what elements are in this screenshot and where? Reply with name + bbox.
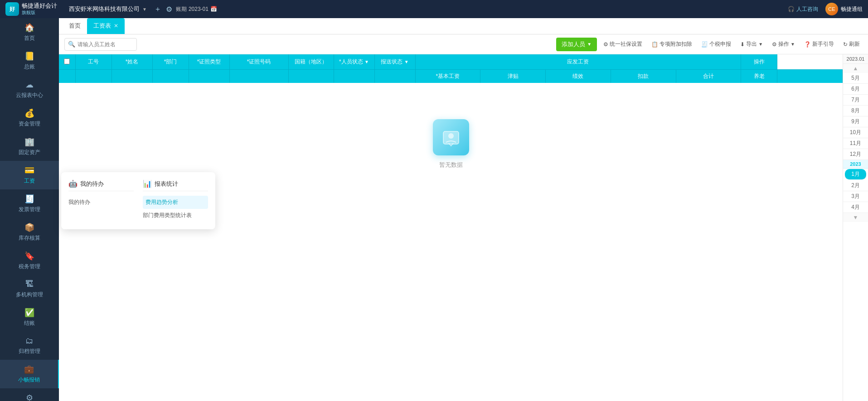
search-wrapper: 🔍 xyxy=(64,38,137,51)
popup-item-dept-expense[interactable]: 部门费用类型统计表 xyxy=(143,209,208,222)
tab-salary[interactable]: 工资表 ✕ xyxy=(87,18,125,34)
empty-icon xyxy=(433,119,469,155)
special-deduct-icon: 📋 xyxy=(651,41,658,48)
top-bar: 好 畅捷通好会计 旗舰版 西安虾米网络科技有限公司 ▼ ＋ ⚙ 账期 2023-… xyxy=(0,0,868,18)
deduct-subheader: 扣款 xyxy=(611,70,676,83)
user-info[interactable]: CE 畅捷通组 xyxy=(825,3,863,15)
inventory-icon: 📦 xyxy=(24,222,34,232)
multi-org-icon: 🏗 xyxy=(25,280,34,289)
timeline-month-12[interactable]: 12月 xyxy=(843,149,868,160)
timeline-month-8[interactable]: 8月 xyxy=(843,106,868,116)
popup-col-report: 📊 报表统计 费用趋势分析 部门费用类型统计表 xyxy=(143,179,208,222)
account-period: 账期 2023-01 📅 xyxy=(176,5,217,13)
company-selector[interactable]: 西安虾米网络科技有限公司 ▼ xyxy=(69,5,147,13)
service-button[interactable]: 🎧 人工咨询 xyxy=(788,5,818,13)
company-name: 西安虾米网络科技有限公司 xyxy=(69,5,140,13)
cloud-report-icon: ☁ xyxy=(25,80,34,90)
add-person-button[interactable]: 添加人员 ▼ xyxy=(556,38,597,51)
archive-mgmt-icon: 🗂 xyxy=(25,336,34,346)
tax-report-btn[interactable]: 🧾 个税申报 xyxy=(698,38,734,51)
checkout-icon: ✅ xyxy=(24,308,34,318)
timeline-month-1[interactable]: 1月 xyxy=(845,169,866,180)
sidebar-label-fund-mgmt: 资金管理 xyxy=(19,120,40,128)
sidebar-item-inventory[interactable]: 📦 库存核算 xyxy=(0,218,59,246)
sidebar-label-inventory: 库存核算 xyxy=(19,234,40,242)
add-icon-btn[interactable]: ＋ xyxy=(154,5,161,14)
timeline-month-6[interactable]: 6月 xyxy=(843,84,868,95)
sidebar: 🏠 首页 📒 总账 ☁ 云报表中心 💰 资金管理 🏢 固定资产 💳 工资 🧾 发… xyxy=(0,18,59,401)
sidebar-item-cloud-report[interactable]: ☁ 云报表中心 xyxy=(0,75,59,104)
sidebar-label-cloud-report: 云报表中心 xyxy=(16,92,43,99)
sidebar-item-tax-mgmt[interactable]: 🔖 税务管理 xyxy=(0,246,59,275)
popup-col-my-todo: 🤖 我的待办 我的待办 xyxy=(68,179,134,222)
sidebar-item-home[interactable]: 🏠 首页 xyxy=(0,18,59,47)
logo-area: 好 畅捷通好会计 旗舰版 xyxy=(5,2,64,16)
top-bar-actions: ＋ ⚙ xyxy=(154,5,172,14)
timeline-month-5[interactable]: 5月 xyxy=(843,73,868,84)
timeline-month-2[interactable]: 2月 xyxy=(843,180,868,191)
sidebar-item-fixed-assets[interactable]: 🏢 固定资产 xyxy=(0,132,59,161)
sidebar-item-archive-mgmt[interactable]: 🗂 归档管理 xyxy=(0,332,59,360)
sidebar-item-salary[interactable]: 💳 工资 xyxy=(0,161,59,189)
ledger-icon: 📒 xyxy=(24,51,34,61)
sidebar-item-ledger[interactable]: 📒 总账 xyxy=(0,47,59,75)
payable-header: 应发工资 xyxy=(415,54,741,70)
operation-btn[interactable]: ⚙ 操作 ▼ xyxy=(769,38,798,51)
company-chevron-icon: ▼ xyxy=(142,7,147,12)
popup-item-my-todo[interactable]: 我的待办 xyxy=(68,196,134,209)
id-type-header: *证照类型 xyxy=(189,54,229,70)
export-btn[interactable]: ⬇ 导出 ▼ xyxy=(737,38,766,51)
tab-home[interactable]: 首页 xyxy=(63,18,87,34)
social-insurance-icon: ⚙ xyxy=(603,41,608,48)
invoice-mgmt-icon: 🧾 xyxy=(24,194,34,204)
export-icon: ⬇ xyxy=(740,41,745,48)
sidebar-item-fund-mgmt[interactable]: 💰 资金管理 xyxy=(0,104,59,132)
operation-chevron-icon: ▼ xyxy=(790,42,795,47)
toolbar: 🔍 添加人员 ▼ ⚙ 统一社保设置 📋 专项附加扣除 🧾 个税申报 ⬇ xyxy=(59,34,868,54)
tax-mgmt-icon: 🔖 xyxy=(24,251,34,261)
timeline-month-9[interactable]: 9月 xyxy=(843,116,868,127)
timeline-scroll-up[interactable]: ▲ xyxy=(843,64,868,73)
tab-bar: 首页 工资表 ✕ xyxy=(59,18,868,34)
timeline-scroll-down[interactable]: ▼ xyxy=(843,213,868,222)
sidebar-item-expense[interactable]: 💼 小畅报销 xyxy=(0,360,59,388)
bonus-subheader: 绩效 xyxy=(546,70,611,83)
sidebar-label-salary: 工资 xyxy=(24,177,35,185)
refresh-btn[interactable]: ↻ 刷新 xyxy=(840,38,863,51)
timeline-month-7[interactable]: 7月 xyxy=(843,95,868,106)
name-header: *姓名 xyxy=(112,54,152,70)
settings-icon-btn[interactable]: ⚙ xyxy=(166,5,172,14)
sidebar-label-checkout: 结账 xyxy=(24,319,35,327)
status-filter-icon[interactable]: ▼ xyxy=(364,59,369,64)
popup-item-expense-trend[interactable]: 费用趋势分析 xyxy=(143,196,208,209)
sidebar-item-invoice-mgmt[interactable]: 🧾 发票管理 xyxy=(0,189,59,218)
popup-menu: 🤖 我的待办 我的待办 📊 报表统计 费用趋势分析 部门费用类型统计表 xyxy=(61,172,215,229)
select-all-checkbox[interactable] xyxy=(64,58,70,64)
svg-point-1 xyxy=(448,133,454,139)
operation-icon: ⚙ xyxy=(772,41,777,48)
sidebar-item-basic-settings[interactable]: ⚙ 基础设置 xyxy=(0,388,59,401)
send-status-filter-icon[interactable]: ▼ xyxy=(404,59,409,64)
export-chevron-icon: ▼ xyxy=(758,42,763,47)
timeline-year-2023: 2023 xyxy=(843,160,868,169)
special-deduct-btn[interactable]: 📋 专项附加扣除 xyxy=(649,38,695,51)
social-insurance-btn[interactable]: ⚙ 统一社保设置 xyxy=(601,38,645,51)
sidebar-label-ledger: 总账 xyxy=(24,63,35,71)
dept-header: *部门 xyxy=(152,54,189,70)
timeline-month-4[interactable]: 4月 xyxy=(843,202,868,213)
newbie-guide-btn[interactable]: ❓ 新手引导 xyxy=(801,38,837,51)
timeline-month-3[interactable]: 3月 xyxy=(843,191,868,202)
sidebar-item-checkout[interactable]: ✅ 结账 xyxy=(0,303,59,332)
checkbox-header[interactable] xyxy=(59,54,75,70)
robot-icon: 🤖 xyxy=(68,179,78,188)
search-input[interactable] xyxy=(64,38,137,51)
tab-close-icon[interactable]: ✕ xyxy=(114,23,118,29)
fund-mgmt-icon: 💰 xyxy=(24,108,34,118)
timeline-month-10[interactable]: 10月 xyxy=(843,127,868,138)
sidebar-label-tax-mgmt: 税务管理 xyxy=(19,263,40,271)
salary-table: 工号 *姓名 *部门 *证照类型 *证照号码 国籍（地区） *人员状态 ▼ xyxy=(59,54,843,83)
sidebar-item-multi-org[interactable]: 🏗 多机构管理 xyxy=(0,275,59,303)
timeline-month-11[interactable]: 11月 xyxy=(843,138,868,149)
sidebar-label-multi-org: 多机构管理 xyxy=(16,291,43,299)
timeline-header: 2023.01 xyxy=(843,54,868,64)
